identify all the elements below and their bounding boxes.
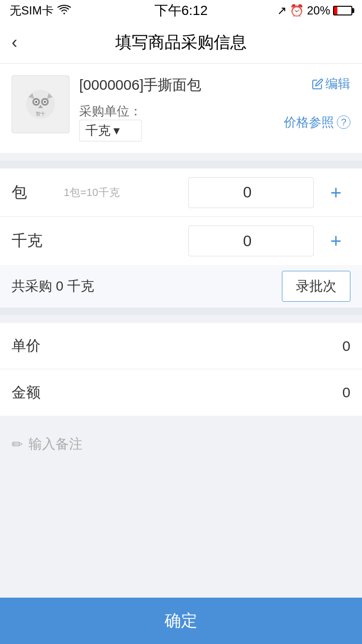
amount-row: 金额 0 <box>0 369 362 416</box>
page-title: 填写商品采购信息 <box>115 31 247 54</box>
section-divider-1 <box>0 161 362 168</box>
svg-text:智十: 智十 <box>36 111 45 116</box>
bag-sublabel: 1包=10千克 <box>64 185 120 200</box>
kg-label: 千克 <box>12 230 60 252</box>
bag-label: 包 <box>12 182 60 203</box>
price-ref-help-icon: ? <box>337 115 350 129</box>
total-text: 共采购 0 千克 <box>12 277 94 295</box>
status-time: 下午6:12 <box>154 1 208 20</box>
notes-input-area[interactable]: ✏ 输入备注 <box>12 435 350 453</box>
dropdown-arrow: ▾ <box>113 123 120 138</box>
amount-label: 金额 <box>12 383 41 403</box>
kg-plus-button[interactable]: + <box>321 225 350 256</box>
unit-row: 采购单位： 千克 ▾ 价格参照 ? <box>79 103 350 141</box>
bag-plus-button[interactable]: + <box>321 177 350 208</box>
back-button[interactable]: ‹ <box>12 32 17 53</box>
status-left: 无SIM卡 <box>10 3 71 18</box>
svg-point-5 <box>35 101 37 103</box>
unit-value: 千克 <box>85 122 111 139</box>
input-section: 包 1包=10千克 + 千克 + <box>0 168 362 265</box>
product-info: [0000006]手撕面包 编辑 采购单位： 千克 ▾ 价格参照 ? <box>79 75 350 141</box>
battery-text: 20% <box>307 4 330 17</box>
product-image: 智十 <box>12 75 70 133</box>
status-bar: 无SIM卡 下午6:12 ↗ ⏰ 20% <box>0 0 362 21</box>
notes-section: ✏ 输入备注 <box>0 423 362 520</box>
edit-button[interactable]: 编辑 <box>312 75 350 92</box>
pencil-icon: ✏ <box>12 436 23 452</box>
carrier-text: 无SIM卡 <box>10 3 54 18</box>
kg-input[interactable] <box>188 225 314 256</box>
unit-label: 采购单位： <box>79 104 142 118</box>
alarm-icon: ⏰ <box>290 4 304 17</box>
wifi-icon <box>57 4 71 17</box>
svg-point-6 <box>44 101 46 103</box>
battery-icon <box>333 6 352 15</box>
notes-placeholder: 输入备注 <box>28 435 83 453</box>
confirm-button[interactable]: 确定 <box>0 598 362 644</box>
status-right: ↗ ⏰ 20% <box>277 4 352 17</box>
section-divider-2 <box>0 308 362 315</box>
product-section: 智十 [0000006]手撕面包 编辑 采购单位： 千克 ▾ <box>0 64 362 153</box>
bag-input-row: 包 1包=10千克 + <box>0 168 362 217</box>
unit-select[interactable]: 千克 ▾ <box>79 120 142 141</box>
kg-field-wrapper: + <box>60 225 350 256</box>
product-name: [0000006]手撕面包 <box>79 75 201 95</box>
unit-price-row: 单价 0 <box>0 323 362 369</box>
unit-label-group: 采购单位： 千克 ▾ <box>79 103 142 141</box>
bottom-padding <box>0 520 362 566</box>
nav-bar: ‹ 填写商品采购信息 <box>0 21 362 64</box>
edit-label: 编辑 <box>325 75 350 92</box>
location-icon: ↗ <box>277 4 287 17</box>
total-number: 0 <box>56 279 64 294</box>
kg-input-row: 千克 + <box>0 217 362 265</box>
price-section: 单价 0 金额 0 <box>0 323 362 416</box>
bag-input[interactable] <box>188 177 314 208</box>
record-batch-button[interactable]: 录批次 <box>282 271 350 302</box>
amount-value: 0 <box>342 384 350 401</box>
unit-price-label: 单价 <box>12 336 41 356</box>
price-ref-label: 价格参照 <box>284 114 334 131</box>
total-unit-text: 千克 <box>67 279 94 294</box>
price-reference-btn[interactable]: 价格参照 ? <box>284 114 350 131</box>
total-row: 共采购 0 千克 录批次 <box>0 265 362 308</box>
bag-field-wrapper: + <box>120 177 350 208</box>
total-label: 共采购 <box>12 279 52 294</box>
product-logo: 智十 <box>21 85 60 124</box>
product-name-row: [0000006]手撕面包 编辑 <box>79 75 350 95</box>
unit-price-value: 0 <box>342 338 350 354</box>
